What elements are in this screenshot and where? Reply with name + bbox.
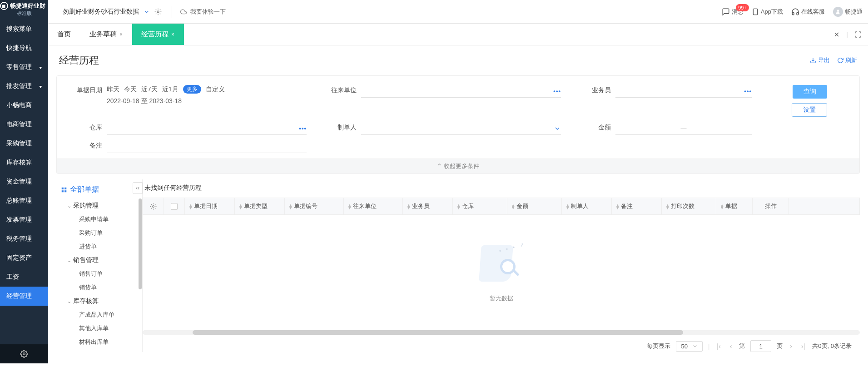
column-金额[interactable]: ▴▾金额 xyxy=(507,198,562,214)
close-icon[interactable]: × xyxy=(119,31,123,38)
date-custom[interactable]: 自定义 xyxy=(206,85,225,94)
sort-icon: ▴▾ xyxy=(189,203,192,209)
sidebar-item-批发管理[interactable]: 批发管理▾ xyxy=(0,77,48,96)
support-button[interactable]: 在线客服 xyxy=(791,8,825,16)
tree-item-销售订单[interactable]: 销售订单 xyxy=(59,267,139,281)
select-all-checkbox[interactable] xyxy=(164,198,185,214)
messages-button[interactable]: 消息 99+ xyxy=(722,8,744,16)
page-input[interactable] xyxy=(750,340,771,352)
tree-item-产成品入库单[interactable]: 产成品入库单 xyxy=(59,308,139,322)
tree-item-其他出库单[interactable]: 其他出库单 xyxy=(59,349,139,352)
tree-item-销货单[interactable]: 销货单 xyxy=(59,281,139,294)
collapse-filters-button[interactable]: ⌃ 收起更多条件 xyxy=(57,159,859,174)
collapse-nav-button[interactable]: ‹‹ xyxy=(133,182,143,194)
company-dropdown[interactable] xyxy=(144,9,150,15)
tree-scrollbar[interactable] xyxy=(138,198,142,352)
filter-warehouse-input[interactable]: ••• xyxy=(107,122,307,135)
more-icon[interactable]: ••• xyxy=(553,88,561,94)
sidebar-item-发票管理[interactable]: 发票管理 xyxy=(0,210,48,229)
scrollbar-thumb[interactable] xyxy=(193,330,683,335)
empty-icon: • • • ↗ xyxy=(476,241,526,286)
filter-maker-label: 制单人 xyxy=(325,122,357,132)
svg-point-0 xyxy=(23,353,25,355)
sidebar-item-库存核算[interactable]: 库存核算 xyxy=(0,153,48,172)
horizontal-scrollbar[interactable] xyxy=(143,330,860,335)
filter-settings-button[interactable]: 设置 xyxy=(792,103,827,117)
tab-业务草稿[interactable]: 业务草稿× xyxy=(80,24,132,45)
query-button[interactable]: 查询 xyxy=(793,85,827,99)
chevron-down-icon[interactable] xyxy=(554,125,561,132)
filter-amount-input[interactable]: — xyxy=(615,122,752,135)
sort-icon: ▴▾ xyxy=(239,203,242,209)
app-download-button[interactable]: App下载 xyxy=(752,8,783,16)
svg-rect-9 xyxy=(64,187,66,189)
document-nav-title[interactable]: 全部单据 xyxy=(70,185,99,194)
column-往来单位[interactable]: ▴▾往来单位 xyxy=(344,198,403,214)
filter-operator-input[interactable]: ••• xyxy=(615,85,752,98)
more-icon[interactable]: ••• xyxy=(299,125,307,132)
tab-经营历程[interactable]: 经营历程× xyxy=(132,24,184,45)
scrollbar-thumb[interactable] xyxy=(139,198,142,289)
export-button[interactable]: 导出 xyxy=(810,56,830,64)
sidebar-item-税务管理[interactable]: 税务管理 xyxy=(0,229,48,248)
empty-text: 暂无数据 xyxy=(490,294,513,303)
experience-button[interactable]: 我要体验一下 xyxy=(172,6,230,18)
sidebar-item-采购管理[interactable]: 采购管理 xyxy=(0,134,48,153)
company-settings[interactable] xyxy=(154,8,162,15)
fullscreen-button[interactable] xyxy=(854,31,862,38)
column-单据日期[interactable]: ▴▾单据日期 xyxy=(185,198,235,214)
column-业务员[interactable]: ▴▾业务员 xyxy=(403,198,453,214)
column-单据类型[interactable]: ▴▾单据类型 xyxy=(235,198,285,214)
column-单据编号[interactable]: ▴▾单据编号 xyxy=(285,198,344,214)
last-page-button[interactable]: ›| xyxy=(799,342,807,350)
svg-point-4 xyxy=(837,10,839,12)
column-备注[interactable]: ▴▾备注 xyxy=(612,198,662,214)
date-today[interactable]: 今天 xyxy=(124,85,137,94)
page-size-select[interactable]: 50 xyxy=(676,341,702,352)
tree-group-销售管理[interactable]: ⌄销售管理 xyxy=(59,253,139,267)
tree-item-进货单[interactable]: 进货单 xyxy=(59,240,139,253)
column-制单人[interactable]: ▴▾制单人 xyxy=(562,198,612,214)
next-page-button[interactable]: › xyxy=(788,342,794,350)
filter-remark-input[interactable] xyxy=(107,140,307,153)
date-more[interactable]: 更多 xyxy=(183,85,201,94)
tree-group-采购管理[interactable]: ⌄采购管理 xyxy=(59,199,139,213)
tree-item-材料出库单[interactable]: 材料出库单 xyxy=(59,335,139,349)
user-menu[interactable]: 畅捷通 xyxy=(833,7,863,17)
page-unit: 页 xyxy=(777,342,783,350)
sidebar-item-总账管理[interactable]: 总账管理 xyxy=(0,191,48,210)
close-all-tabs[interactable] xyxy=(833,31,840,38)
tree-item-采购申请单[interactable]: 采购申请单 xyxy=(59,213,139,226)
table-settings-button[interactable] xyxy=(143,198,164,214)
sidebar-settings-button[interactable] xyxy=(0,344,48,363)
column-单据[interactable]: ▴▾单据 xyxy=(716,198,753,214)
column-仓库[interactable]: ▴▾仓库 xyxy=(453,198,507,214)
sidebar-item-零售管理[interactable]: 零售管理▾ xyxy=(0,58,48,77)
column-打印次数[interactable]: ▴▾打印次数 xyxy=(662,198,716,214)
more-icon[interactable]: ••• xyxy=(744,88,752,94)
prev-page-button[interactable]: ‹ xyxy=(728,342,734,350)
sidebar-item-快捷导航[interactable]: 快捷导航 xyxy=(0,39,48,58)
gear-icon xyxy=(20,350,28,358)
column-操作[interactable]: 操作 xyxy=(753,198,789,214)
sidebar-item-经营管理[interactable]: 经营管理 xyxy=(0,287,48,306)
sidebar-item-电商管理[interactable]: 电商管理 xyxy=(0,115,48,134)
sidebar-item-工资[interactable]: 工资 xyxy=(0,268,48,287)
sidebar-item-固定资产[interactable]: 固定资产 xyxy=(0,248,48,268)
sidebar-item-资金管理[interactable]: 资金管理 xyxy=(0,172,48,191)
refresh-button[interactable]: 刷新 xyxy=(837,56,857,64)
tab-首页[interactable]: 首页 xyxy=(48,24,80,45)
sort-icon: ▴▾ xyxy=(566,203,569,209)
first-page-button[interactable]: |‹ xyxy=(715,342,722,350)
date-7days[interactable]: 近7天 xyxy=(141,85,158,94)
filter-maker-input[interactable] xyxy=(361,122,561,135)
tree-item-其他入库单[interactable]: 其他入库单 xyxy=(59,322,139,335)
filter-partner-input[interactable]: ••• xyxy=(361,85,561,98)
sidebar-item-搜索菜单[interactable]: 搜索菜单 xyxy=(0,20,48,39)
sidebar-item-小畅电商[interactable]: 小畅电商 xyxy=(0,96,48,115)
tree-group-库存核算[interactable]: ⌄库存核算 xyxy=(59,294,139,308)
date-1month[interactable]: 近1月 xyxy=(162,85,179,94)
close-icon[interactable]: × xyxy=(171,31,174,38)
date-yesterday[interactable]: 昨天 xyxy=(107,85,119,94)
tree-item-采购订单[interactable]: 采购订单 xyxy=(59,226,139,240)
